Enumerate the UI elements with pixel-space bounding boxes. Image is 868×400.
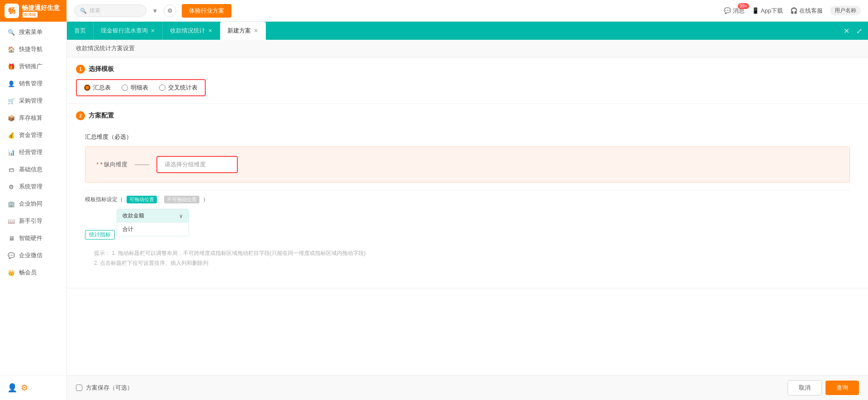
sidebar-item-label: 销售管理 — [19, 80, 42, 88]
tab-home[interactable]: 首页 — [67, 22, 94, 40]
step2-label: 方案配置 — [89, 112, 114, 120]
tab-cashflow-close[interactable]: ✕ — [151, 28, 155, 33]
sidebar-item-quick-nav[interactable]: 🏠 快捷导航 — [0, 41, 66, 58]
topbar-dropdown[interactable]: ▼ — [152, 7, 158, 14]
draggable-badge: 可拖动位置 — [127, 196, 157, 203]
settings-button[interactable]: ⚙ — [164, 5, 176, 17]
sidebar-item-label: 新手引导 — [19, 217, 42, 225]
support-icon: 🎧 — [790, 7, 797, 14]
search-bar-icon: 🔍 — [80, 8, 87, 14]
query-button[interactable]: 查询 — [826, 381, 859, 395]
sidebar-item-sales[interactable]: 👤 销售管理 — [0, 75, 66, 92]
sidebar-item-wechat[interactable]: 💬 企业微信 — [0, 247, 66, 264]
dimension-selector[interactable]: 请选择分组维度 — [156, 156, 238, 173]
sidebar-item-member[interactable]: 👑 畅会员 — [0, 264, 66, 281]
sidebar-item-label: 畅会员 — [19, 268, 37, 277]
radio-summary-input[interactable] — [84, 85, 90, 91]
sidebar-item-label: 基础信息 — [19, 165, 42, 174]
footer-bar: 方案保存（可选） 取消 查询 — [67, 375, 868, 400]
config-area: 汇总维度（必选） * * 纵向维度 —— 请选择分组维度 — [76, 126, 859, 281]
support-button[interactable]: 🎧 在线客服 — [790, 7, 823, 15]
metrics-hint-text: 模板指标设定（ — [85, 196, 123, 203]
save-checkbox[interactable] — [76, 385, 82, 391]
sidebar-item-label: 资金管理 — [19, 131, 42, 139]
radio-detail-input[interactable] — [122, 85, 128, 91]
template-selection-box: 汇总表 明细表 交叉统计表 — [76, 79, 206, 96]
sidebar-item-basic[interactable]: 🗃 基础信息 — [0, 161, 66, 178]
tab-cashflow[interactable]: 现金银行流水查询 ✕ — [94, 22, 163, 40]
sidebar-bottom-item[interactable]: 👤 ⚙ — [0, 379, 66, 396]
cart-icon: 🛒 — [7, 97, 15, 105]
step2-badge: 2 — [76, 111, 85, 120]
sidebar-item-operation[interactable]: 📊 经营管理 — [0, 144, 66, 161]
metrics-table-row: 合计 — [117, 222, 189, 236]
metrics-hint-row: 模板指标设定（ 可拖动位置 不可拖动位置 ） — [85, 196, 850, 203]
sidebar-item-marketing[interactable]: 🎁 营销推广 — [0, 58, 66, 75]
main-area: 🔍 搜索 ▼ ⚙ 体验行业方案 💬 消息 99+ 📱 App下载 🎧 在线客服 — [67, 0, 868, 400]
topbar: 🔍 搜索 ▼ ⚙ 体验行业方案 💬 消息 99+ 📱 App下载 🎧 在线客服 — [67, 0, 868, 22]
gift-icon: 🎁 — [7, 62, 15, 71]
tab-home-label: 首页 — [74, 27, 86, 35]
radio-detail[interactable]: 明细表 — [122, 84, 148, 92]
search-bar[interactable]: 🔍 搜索 — [74, 5, 146, 17]
arrow-icon: —— — [135, 160, 149, 169]
person-icon: 👤 — [7, 80, 15, 88]
sidebar-nav: 🔍 搜索菜单 🏠 快捷导航 🎁 营销推广 👤 销售管理 🛒 采购管理 📦 库存核… — [0, 22, 66, 375]
radio-summary[interactable]: 汇总表 — [84, 84, 111, 92]
version-badge: 标准版 — [23, 12, 38, 18]
sidebar-item-label: 智能硬件 — [19, 234, 42, 242]
tab-new-plan-close[interactable]: ✕ — [254, 28, 258, 33]
user-avatar-icon: 👤 — [7, 383, 17, 393]
dimension-section-title: 汇总维度（必选） — [85, 133, 850, 141]
content-inner: 收款情况统计方案设置 1 选择模板 汇总表 明细表 — [67, 40, 868, 400]
radio-cross-input[interactable] — [159, 85, 165, 91]
tab-new-plan[interactable]: 新建方案 ✕ — [220, 22, 266, 40]
mobile-icon: 📱 — [752, 7, 759, 14]
metrics-table: 收款金额 ∨ 合计 — [117, 209, 189, 236]
radio-detail-label: 明细表 — [131, 84, 148, 92]
support-label: 在线客服 — [799, 7, 823, 15]
metrics-table-header[interactable]: 收款金额 ∨ — [117, 209, 189, 222]
sidebar-item-hardware[interactable]: 🖥 智能硬件 — [0, 230, 66, 247]
sidebar-item-label: 经营管理 — [19, 148, 42, 156]
tab-expand-btn[interactable]: ⤢ — [854, 25, 864, 36]
step1-title: 1 选择模板 — [76, 65, 859, 74]
tab-receipt-stats[interactable]: 收款情况统计 ✕ — [163, 22, 220, 40]
home-icon: 🏠 — [7, 45, 15, 53]
step1-label: 选择模板 — [89, 65, 114, 73]
sidebar-item-enterprise[interactable]: 🏢 企业协同 — [0, 195, 66, 212]
sidebar-item-label: 快捷导航 — [19, 45, 42, 53]
tab-close-btn[interactable]: ✕ — [841, 25, 852, 36]
logo-icon: 畅 — [5, 4, 19, 18]
chevron-down-icon: ∨ — [179, 213, 183, 219]
gear-icon: ⚙ — [7, 183, 15, 191]
sidebar-item-system[interactable]: ⚙ 系统管理 — [0, 178, 66, 195]
chat-icon: 💬 — [7, 251, 15, 259]
dimension-row: * * 纵向维度 —— 请选择分组维度 — [96, 156, 839, 173]
vertical-dimension-label: * * 纵向维度 — [96, 160, 127, 169]
tab-receipt-stats-close[interactable]: ✕ — [208, 28, 212, 33]
tab-new-plan-label: 新建方案 — [227, 27, 251, 35]
metrics-section: 模板指标设定（ 可拖动位置 不可拖动位置 ） 统计指标 收款金额 ∨ — [85, 190, 850, 243]
sidebar-item-search[interactable]: 🔍 搜索菜单 — [0, 24, 66, 41]
required-star: * — [96, 161, 99, 168]
notification-button[interactable]: 💬 消息 99+ — [724, 7, 745, 15]
cancel-button[interactable]: 取消 — [788, 380, 822, 395]
user-menu[interactable]: 用户名称 — [830, 6, 861, 15]
download-button[interactable]: 📱 App下载 — [752, 7, 783, 15]
chart-icon: 📊 — [7, 148, 15, 156]
metrics-hint-suffix: ） — [203, 196, 208, 203]
radio-cross[interactable]: 交叉统计表 — [159, 84, 198, 92]
sidebar-item-finance[interactable]: 💰 资金管理 — [0, 127, 66, 144]
sidebar-item-purchase[interactable]: 🛒 采购管理 — [0, 92, 66, 109]
sidebar-item-newbie[interactable]: 📖 新手引导 — [0, 212, 66, 230]
trial-button[interactable]: 体验行业方案 — [182, 4, 231, 18]
sidebar-item-label: 营销推广 — [19, 62, 42, 71]
sidebar-item-label: 搜索菜单 — [19, 28, 42, 36]
sidebar-item-label: 采购管理 — [19, 97, 42, 105]
sidebar-item-inventory[interactable]: 📦 库存核算 — [0, 109, 66, 127]
tip-2: 2. 点击标题栏下拉可设置排序、插入列和删除列 — [94, 259, 841, 268]
chevron-down-icon: ▼ — [152, 7, 158, 14]
search-placeholder: 搜索 — [90, 7, 100, 14]
tip-1: 提示： 1. 拖动标题栏可以调整布局，不可跨维度或指标区域拖动栏目字段(只能在同… — [94, 249, 841, 259]
